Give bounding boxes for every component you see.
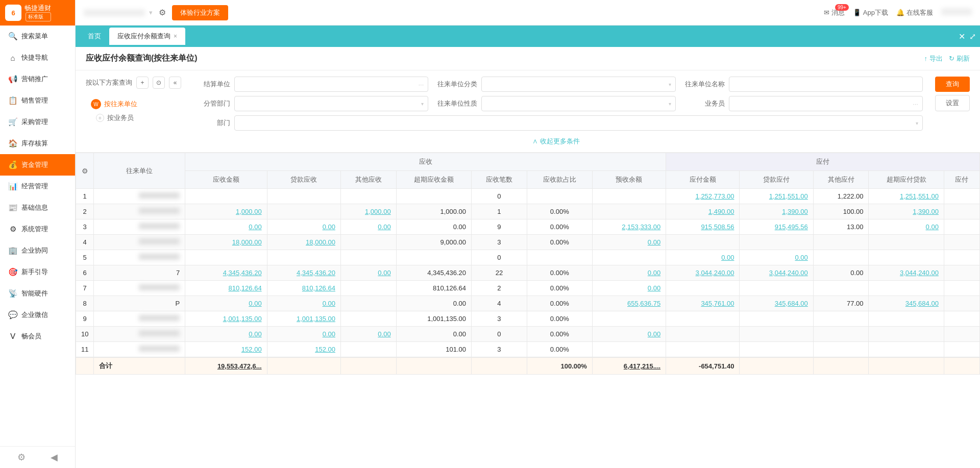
- table-cell[interactable]: 915,508.56: [666, 219, 740, 235]
- table-cell[interactable]: 4,345,436.20: [185, 265, 267, 281]
- cell-link[interactable]: 4,345,436.20: [297, 269, 335, 277]
- settlement-unit-input[interactable]: ···: [234, 77, 428, 92]
- table-cell[interactable]: 0.00: [340, 265, 396, 281]
- cell-link[interactable]: 0.00: [249, 330, 261, 338]
- cell-link[interactable]: 0.00: [249, 300, 261, 307]
- sidebar-item-system[interactable]: ⚙ 系统管理: [0, 218, 75, 240]
- cell-link[interactable]: 3,044,240.00: [769, 269, 808, 277]
- table-cell[interactable]: 345,761.00: [666, 296, 740, 311]
- footer-ar-total[interactable]: 19,553,472,6...: [185, 357, 267, 375]
- table-cell[interactable]: 810,126.64: [267, 281, 340, 296]
- table-cell[interactable]: 0.00: [185, 327, 267, 342]
- cell-link[interactable]: 4,345,436.20: [223, 269, 262, 277]
- sidebar-item-hardware[interactable]: 📡 智能硬件: [0, 283, 75, 304]
- table-cell[interactable]: 1,001,135.00: [267, 311, 340, 327]
- cell-link[interactable]: 18,000.00: [232, 238, 262, 246]
- cell-link[interactable]: 0.00: [323, 300, 335, 307]
- table-cell[interactable]: 1,000.00: [185, 204, 267, 219]
- table-cell[interactable]: 0.00: [592, 235, 666, 250]
- add-scheme-button[interactable]: +: [136, 77, 149, 89]
- table-cell[interactable]: 3,044,240.00: [869, 265, 944, 281]
- table-cell[interactable]: 0.00: [267, 327, 340, 342]
- sidebar-item-corp[interactable]: 🏢 企业协同: [0, 240, 75, 261]
- cell-link[interactable]: 0.00: [648, 284, 660, 292]
- table-cell[interactable]: 0.00: [185, 219, 267, 235]
- partner-nature-input[interactable]: ▾: [481, 96, 675, 111]
- cell-link[interactable]: 345,684.00: [905, 300, 939, 307]
- dept-input[interactable]: ▾: [234, 115, 923, 131]
- cell-link[interactable]: 1,251,551.00: [769, 192, 808, 200]
- trial-button[interactable]: 体验行业方案: [172, 5, 228, 20]
- online-service-button[interactable]: 🔔 在线客服: [896, 8, 933, 17]
- scheme-by-salesman[interactable]: ○ 按业务员: [86, 111, 181, 125]
- cell-link[interactable]: 1,000.00: [236, 208, 262, 215]
- th-settings[interactable]: ⚙: [76, 153, 94, 189]
- cell-link[interactable]: 0.00: [648, 269, 660, 277]
- export-button[interactable]: ↑ 导出: [924, 54, 943, 63]
- table-cell[interactable]: 1,490.00: [666, 204, 740, 219]
- table-cell[interactable]: 0.00: [740, 250, 813, 265]
- cell-link[interactable]: 0.00: [378, 223, 390, 231]
- cell-link[interactable]: 1,390.00: [913, 208, 939, 215]
- table-cell[interactable]: 0.00: [267, 219, 340, 235]
- sidebar-item-inventory[interactable]: 🏠 库存核算: [0, 133, 75, 154]
- table-cell[interactable]: 0.00: [869, 219, 944, 235]
- gear-button[interactable]: ⚙: [157, 6, 168, 19]
- sidebar-item-capital[interactable]: 💰 资金管理: [0, 154, 75, 176]
- collapse-more-button[interactable]: ∧ 收起更多条件: [189, 135, 923, 148]
- table-cell[interactable]: 345,684.00: [869, 296, 944, 311]
- cell-link[interactable]: 915,508.56: [701, 223, 734, 231]
- table-cell[interactable]: 0.00: [592, 281, 666, 296]
- cell-link[interactable]: 1,001,135.00: [297, 315, 335, 323]
- sidebar-settings-button[interactable]: ⚙: [17, 452, 26, 463]
- cell-link[interactable]: 0.00: [378, 269, 390, 277]
- cell-link[interactable]: 18,000.00: [306, 238, 335, 246]
- settings-button[interactable]: 设置: [935, 95, 970, 111]
- table-cell[interactable]: 1,000.00: [340, 204, 396, 219]
- app-download-button[interactable]: 📱 App下载: [853, 8, 888, 17]
- tab-ar-ap[interactable]: 应收应付余额查询 ×: [109, 28, 185, 45]
- cell-link[interactable]: 1,252,773.00: [696, 192, 734, 200]
- table-cell[interactable]: 1,252,773.00: [666, 189, 740, 204]
- user-info[interactable]: [941, 8, 972, 17]
- cell-link[interactable]: 152.00: [241, 346, 262, 353]
- table-cell[interactable]: 3,044,240.00: [666, 265, 740, 281]
- sidebar-item-operation[interactable]: 📊 经营管理: [0, 176, 75, 197]
- sidebar-item-member[interactable]: Ⅴ 畅会员: [0, 326, 75, 347]
- sidebar-collapse-button[interactable]: ◀: [51, 452, 58, 463]
- close-window-button[interactable]: ✕: [959, 32, 965, 41]
- tab-close-icon[interactable]: ×: [174, 33, 177, 40]
- table-cell[interactable]: 152.00: [267, 342, 340, 358]
- cell-link[interactable]: 1,251,551.00: [900, 192, 939, 200]
- table-cell[interactable]: 0.00: [666, 250, 740, 265]
- scheme-by-partner[interactable]: W 按往来单位: [86, 97, 181, 111]
- cell-link[interactable]: 0.00: [323, 223, 335, 231]
- cell-link[interactable]: 1,001,135.00: [223, 315, 262, 323]
- footer-prepaid[interactable]: 6,417,215....: [592, 357, 666, 375]
- cell-link[interactable]: 0.00: [323, 330, 335, 338]
- partner-category-input[interactable]: ▾: [481, 77, 675, 92]
- cell-link[interactable]: 1,390.00: [782, 208, 808, 215]
- cell-link[interactable]: 915,495.56: [775, 223, 808, 231]
- cell-link[interactable]: 3,044,240.00: [696, 269, 734, 277]
- table-cell[interactable]: 0.00: [592, 265, 666, 281]
- notification-button[interactable]: ✉ 消息 99+: [824, 8, 845, 17]
- cell-link[interactable]: 0.00: [721, 254, 734, 261]
- table-cell[interactable]: 810,126.64: [185, 281, 267, 296]
- sidebar-item-quick-nav[interactable]: ⌂ 快捷导航: [0, 47, 75, 68]
- cell-link[interactable]: 345,684.00: [775, 300, 808, 307]
- cell-link[interactable]: 0.00: [795, 254, 807, 261]
- salesman-input[interactable]: ···: [729, 96, 923, 111]
- table-cell[interactable]: 1,251,551.00: [869, 189, 944, 204]
- more-scheme-button[interactable]: «: [169, 77, 181, 89]
- sidebar-item-marketing[interactable]: 📢 营销推广: [0, 68, 75, 90]
- table-cell[interactable]: 1,390.00: [740, 204, 813, 219]
- cell-link[interactable]: 0.00: [249, 223, 261, 231]
- cell-link[interactable]: 0.00: [648, 330, 660, 338]
- table-cell[interactable]: 4,345,436.20: [267, 265, 340, 281]
- maximize-button[interactable]: ⤢: [969, 32, 976, 41]
- tab-home[interactable]: 首页: [80, 28, 109, 45]
- cell-link[interactable]: 1,000.00: [365, 208, 391, 215]
- table-cell[interactable]: 0.00: [340, 327, 396, 342]
- table-cell[interactable]: 345,684.00: [740, 296, 813, 311]
